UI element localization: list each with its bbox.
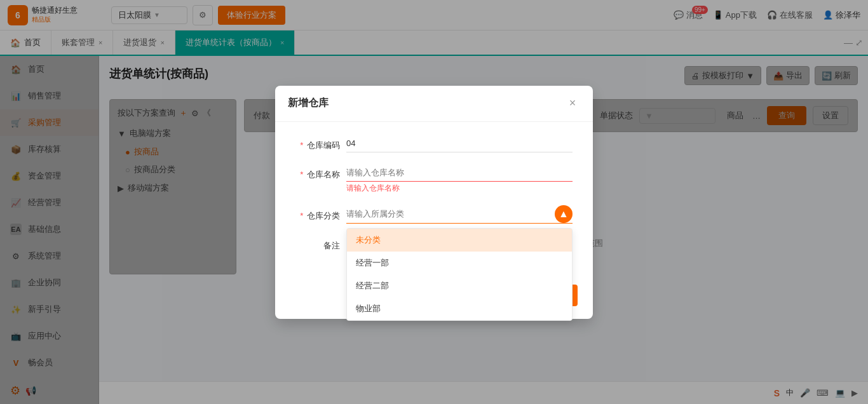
classify-input-wrap: ▲ [346, 205, 573, 224]
name-label: * 仓库名称 [295, 164, 346, 180]
remark-label: 备注 [295, 235, 346, 252]
add-warehouse-dialog: 新增仓库 × * 仓库编码 * 仓库名称 [275, 86, 593, 319]
dropdown-item-2[interactable]: 经营二部 [347, 274, 572, 297]
required-star-name: * [300, 170, 303, 179]
classify-field: ▲ 未分类 经营一部 经营二部 物业部 [346, 205, 573, 224]
classify-dropdown: 未分类 经营一部 经营二部 物业部 [346, 228, 573, 321]
dropdown-item-1[interactable]: 经营一部 [347, 252, 572, 274]
classify-label: * 仓库分类 [295, 205, 346, 222]
name-input[interactable] [346, 164, 573, 182]
name-error-msg: 请输入仓库名称 [346, 183, 573, 194]
dropdown-item-0[interactable]: 未分类 [347, 229, 572, 252]
required-star-classify: * [300, 211, 303, 220]
form-row-code: * 仓库编码 [295, 135, 573, 152]
dialog-title: 新增仓库 [288, 97, 329, 110]
modal-overlay: 新增仓库 × * 仓库编码 * 仓库名称 [0, 0, 868, 404]
classify-input[interactable] [346, 205, 555, 222]
dialog-close-button[interactable]: × [565, 96, 580, 111]
form-row-name: * 仓库名称 请输入仓库名称 [295, 164, 573, 194]
code-input[interactable] [346, 135, 573, 152]
dropdown-item-3[interactable]: 物业部 [347, 297, 572, 320]
classify-arrow-icon[interactable]: ▲ [555, 205, 573, 223]
name-field: 请输入仓库名称 [346, 164, 573, 194]
code-label: * 仓库编码 [295, 135, 346, 151]
code-field [346, 135, 573, 152]
required-star-code: * [300, 140, 303, 150]
form-row-classify: * 仓库分类 ▲ 未分类 经营一部 经营二部 物业部 [295, 205, 573, 224]
dialog-body: * 仓库编码 * 仓库名称 请输入仓库名称 [275, 122, 593, 277]
dialog-header: 新增仓库 × [275, 86, 593, 122]
